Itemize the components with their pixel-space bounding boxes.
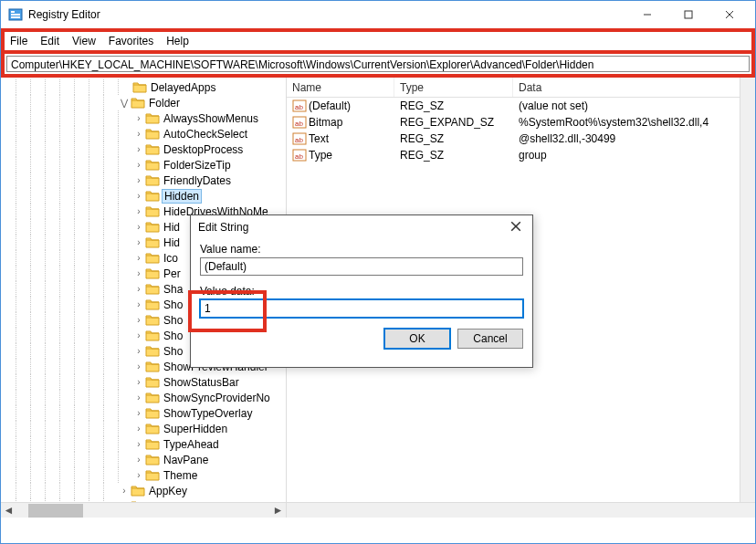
scroll-thumb[interactable] [28, 504, 83, 518]
scroll-left-icon[interactable]: ◄ [1, 503, 16, 518]
svg-text:ab: ab [295, 136, 303, 144]
folder-icon [145, 158, 160, 173]
tree-item[interactable]: ›ShowSyncProviderNo [1, 390, 286, 405]
tree-label: ShowTypeOverlay [163, 407, 253, 420]
folder-icon [145, 173, 160, 188]
folder-icon [131, 96, 145, 110]
tree-label: Folder [148, 97, 181, 110]
tree-item[interactable]: ›AutoCheckSelect [1, 126, 286, 141]
folder-icon [145, 298, 160, 312]
menu-help[interactable]: Help [166, 35, 189, 47]
expander-closed-icon[interactable]: › [132, 191, 145, 201]
expander-closed-icon[interactable]: › [132, 455, 145, 465]
svg-text:ab: ab [295, 152, 303, 161]
string-value-icon: ab [292, 131, 307, 146]
folder-icon [131, 484, 145, 498]
tree-label: Hid [163, 236, 181, 249]
tree-horizontal-scrollbar[interactable]: ◄ ► [1, 502, 286, 518]
cancel-button[interactable]: Cancel [457, 329, 523, 349]
header-name[interactable]: Name [287, 78, 394, 97]
dialog-close-button[interactable] [507, 220, 525, 235]
list-horizontal-scrollbar[interactable] [287, 502, 755, 518]
list-row[interactable]: abBitmapREG_EXPAND_SZ%SystemRoot%\system… [287, 114, 755, 131]
expander-spacer: › [132, 424, 145, 434]
value-type: REG_EXPAND_SZ [394, 116, 513, 129]
svg-text:ab: ab [295, 103, 303, 111]
value-data-input[interactable] [200, 299, 523, 318]
list-row[interactable]: abTextREG_SZ@shell32.dll,-30499 [287, 131, 755, 147]
ok-button[interactable]: OK [384, 329, 450, 349]
header-data[interactable]: Data [513, 78, 755, 97]
tree-item[interactable]: DelayedApps [1, 79, 286, 95]
folder-icon [145, 220, 160, 235]
tree-label: Sho [163, 330, 184, 342]
tree-item[interactable]: ›Hidden [1, 188, 286, 204]
folder-icon [145, 437, 160, 452]
expander-spacer: › [132, 144, 145, 154]
menu-view[interactable]: View [72, 35, 96, 47]
expander-spacer: › [132, 206, 145, 216]
tree-item[interactable]: ›NavPane [1, 452, 286, 467]
expander-spacer: › [132, 392, 145, 403]
scroll-right-icon[interactable]: ► [270, 503, 286, 518]
value-name-input[interactable] [200, 257, 523, 276]
list-row[interactable]: abTypeREG_SZgroup [287, 147, 755, 163]
value-type: REG_SZ [394, 99, 513, 112]
header-type[interactable]: Type [394, 78, 513, 97]
svg-rect-1 [11, 11, 15, 13]
address-bar[interactable]: Computer\HKEY_LOCAL_MACHINE\SOFTWARE\Mic… [6, 56, 750, 72]
menu-favorites[interactable]: Favorites [109, 35, 153, 47]
tree-label: TypeAhead [163, 438, 220, 451]
tree-item[interactable]: ›FriendlyDates [1, 173, 286, 188]
close-button[interactable] [709, 2, 750, 28]
value-data: (value not set) [513, 99, 755, 112]
folder-icon [145, 189, 160, 204]
value-data-label: Value data: [200, 285, 523, 298]
tree-label: Hidden [162, 189, 202, 204]
tree-item[interactable]: ›ShowStatusBar [1, 374, 286, 390]
minimize-button[interactable] [626, 2, 667, 28]
folder-icon [145, 375, 160, 390]
expander-closed-icon[interactable]: › [132, 470, 145, 480]
folder-icon [145, 329, 160, 343]
tree-item-folder[interactable]: ⋁Folder [1, 95, 286, 110]
tree-label: DesktopProcess [163, 143, 244, 156]
tree-item[interactable]: ›AlwaysShowMenus [1, 110, 286, 126]
folder-icon [145, 406, 160, 421]
tree-item[interactable]: ›AppKey [1, 483, 286, 498]
value-type: REG_SZ [394, 132, 513, 145]
tree-item[interactable]: ›FolderSizeTip [1, 157, 286, 173]
folder-icon [145, 422, 160, 436]
tree-item[interactable]: ›Theme [1, 467, 286, 483]
tree-item[interactable]: ›TypeAhead [1, 436, 286, 452]
value-name: Type [309, 149, 332, 162]
folder-icon [145, 360, 160, 374]
expander-spacer: › [132, 129, 145, 139]
expander-spacer: › [132, 222, 145, 232]
maximize-button[interactable] [667, 2, 709, 28]
tree-label: SuperHidden [163, 423, 228, 435]
value-name-label: Value name: [200, 243, 523, 256]
tree-label: FolderSizeTip [163, 159, 232, 172]
expander-spacer: › [132, 113, 145, 123]
tree-item[interactable]: ›SuperHidden [1, 421, 286, 436]
expander-spacer: › [132, 284, 145, 294]
tree-item[interactable]: ›ShowTypeOverlay [1, 405, 286, 421]
list-vertical-scrollbar[interactable] [740, 78, 755, 502]
folder-icon [145, 282, 160, 297]
folder-icon [145, 251, 160, 266]
tree-label: AppKey [148, 485, 188, 497]
folder-icon [132, 80, 147, 95]
expander-spacer: › [132, 175, 145, 185]
menu-edit[interactable]: Edit [40, 35, 59, 47]
expander-spacer: › [132, 160, 145, 170]
address-highlight-box: Computer\HKEY_LOCAL_MACHINE\SOFTWARE\Mic… [1, 54, 755, 78]
value-name: Bitmap [309, 116, 342, 129]
value-name: Text [309, 132, 329, 145]
expander-closed-icon[interactable]: › [118, 486, 131, 496]
list-row[interactable]: ab(Default)REG_SZ(value not set) [287, 98, 755, 114]
tree-item[interactable]: ›DesktopProcess [1, 141, 286, 157]
edit-string-dialog: Edit String Value name: Value data: OK C… [190, 214, 533, 368]
expander-open-icon[interactable]: ⋁ [118, 98, 131, 108]
menu-file[interactable]: File [10, 35, 27, 47]
